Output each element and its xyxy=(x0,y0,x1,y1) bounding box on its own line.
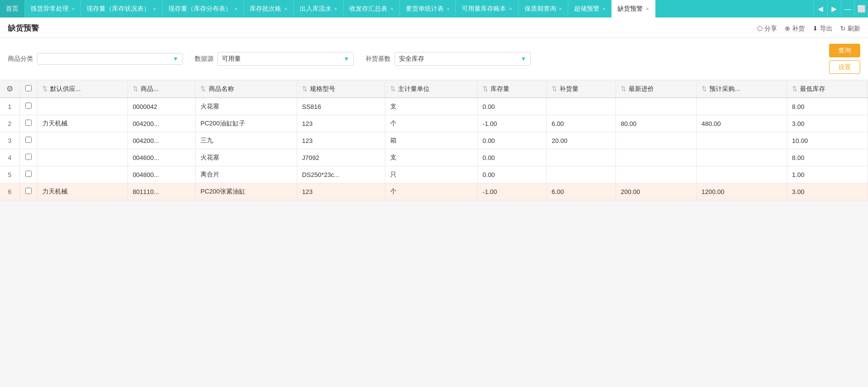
top-nav: 首页 拣货异常处理 × 现存量（库存状况表） × 现存量（库存分布表） × 库存… xyxy=(0,0,868,18)
tab-stock-status[interactable]: 现存量（库存状况表） × xyxy=(81,0,162,18)
product-category-group: 商品分类 ▼ xyxy=(8,53,183,65)
close-icon[interactable]: × xyxy=(390,6,393,12)
nav-next-btn[interactable]: ▶ xyxy=(827,0,841,18)
sort-icon: ⇅ xyxy=(552,85,557,92)
cell-product-code: 801110... xyxy=(127,183,195,200)
cell-spec: 123 xyxy=(297,183,385,200)
tab-home[interactable]: 首页 xyxy=(0,0,25,18)
cell-replenish-qty: 6.00 xyxy=(546,183,615,200)
cell-replenish-qty: 20.00 xyxy=(546,132,615,149)
close-icon[interactable]: × xyxy=(284,6,287,12)
nav-prev-btn[interactable]: ◀ xyxy=(814,0,827,18)
data-table: ⚙ ⇅ 默认供应... ⇅ 商品... ⇅ 商品名称 xyxy=(0,80,868,200)
cell-replenish-qty: 6.00 xyxy=(546,115,615,132)
replenish-base-group: 补货基数 安全库存 ▼ xyxy=(365,52,531,66)
tab-stock-distribution[interactable]: 现存量（库存分布表） × xyxy=(163,0,244,18)
cell-default-supplier xyxy=(37,132,127,149)
column-unit[interactable]: ⇅ 主计量单位 xyxy=(385,80,477,98)
row-checkbox-cell xyxy=(19,149,37,166)
column-default-supplier[interactable]: ⇅ 默认供应... xyxy=(37,80,127,98)
close-icon[interactable]: × xyxy=(235,6,237,12)
nav-maximize-btn[interactable]: ⬜ xyxy=(854,0,868,18)
sort-icon: ⇅ xyxy=(302,85,307,92)
column-min-stock[interactable]: ⇅ 最低库存 xyxy=(787,80,868,98)
filter-actions: 查询 设置 xyxy=(829,44,860,74)
cell-stock: 0.00 xyxy=(477,98,546,115)
table-row: 3 004200... 三九 123 箱 0.00 20.00 10.00 xyxy=(0,132,868,149)
cell-latest-price xyxy=(615,166,696,183)
column-product-code[interactable]: ⇅ 商品... xyxy=(127,80,195,98)
cell-product-name: 三九 xyxy=(195,132,297,149)
row-checkbox-cell xyxy=(19,166,37,183)
cell-replenish-qty xyxy=(546,149,615,166)
row-number: 4 xyxy=(0,149,19,166)
close-icon[interactable]: × xyxy=(447,6,450,12)
cell-unit: 个 xyxy=(385,115,477,132)
cell-replenish-qty xyxy=(546,166,615,183)
settings-button[interactable]: 设置 xyxy=(829,60,860,74)
cell-replenish-qty xyxy=(546,98,615,115)
tab-receive-summary[interactable]: 收发存汇总表 × xyxy=(344,0,399,18)
close-icon[interactable]: × xyxy=(559,6,562,12)
cell-stock: -1.00 xyxy=(477,115,546,132)
replenish-base-select[interactable]: 安全库存 ▼ xyxy=(395,52,531,66)
column-product-name[interactable]: ⇅ 商品名称 xyxy=(195,80,297,98)
refresh-action[interactable]: ↻ 刷新 xyxy=(840,24,860,33)
close-icon[interactable]: × xyxy=(334,6,337,12)
table-container: ⚙ ⇅ 默认供应... ⇅ 商品... ⇅ 商品名称 xyxy=(0,80,868,200)
column-spec[interactable]: ⇅ 规格型号 xyxy=(297,80,385,98)
query-button[interactable]: 查询 xyxy=(829,44,860,57)
close-icon[interactable]: × xyxy=(153,6,156,12)
close-icon[interactable]: × xyxy=(509,6,512,12)
page-header: 缺货预警 ⬡ 分享 ⊕ 补货 ⬇ 导出 ↻ 刷新 xyxy=(0,18,868,38)
table-body: 1 0000042 火花塞 SS816 支 0.00 8.00 2 力天机械 0… xyxy=(0,98,868,200)
sort-icon: ⇅ xyxy=(200,85,206,92)
cell-unit: 只 xyxy=(385,166,477,183)
table-header-row: ⚙ ⇅ 默认供应... ⇅ 商品... ⇅ 商品名称 xyxy=(0,80,868,98)
data-source-select[interactable]: 可用量 ▼ xyxy=(217,52,354,66)
tab-inout-flow[interactable]: 出入库流水 × xyxy=(294,0,344,18)
nav-minimize-btn[interactable]: — xyxy=(841,0,854,18)
table-row: 4 004600... 火花塞 J7092 支 0.00 8.00 xyxy=(0,149,868,166)
cell-product-name: 火花塞 xyxy=(195,149,297,166)
product-category-select[interactable]: ▼ xyxy=(37,53,183,65)
row-checkbox[interactable] xyxy=(25,137,32,143)
replenish-action[interactable]: ⊕ 补货 xyxy=(785,24,805,33)
column-stock[interactable]: ⇅ 库存量 xyxy=(477,80,546,98)
cell-product-code: 004200... xyxy=(127,132,195,149)
select-all-checkbox[interactable] xyxy=(25,85,32,91)
row-checkbox[interactable] xyxy=(25,171,32,177)
close-icon[interactable]: × xyxy=(646,6,649,12)
tab-expiry-query[interactable]: 保质期查询 × xyxy=(519,0,568,18)
row-checkbox[interactable] xyxy=(25,188,32,194)
sort-icon: ⇅ xyxy=(390,85,396,92)
close-icon[interactable]: × xyxy=(72,6,74,12)
share-action[interactable]: ⬡ 分享 xyxy=(757,24,777,33)
row-checkbox[interactable] xyxy=(25,103,32,109)
tab-shortage-warning[interactable]: 缺货预警 × xyxy=(612,0,655,18)
sort-icon: ⇅ xyxy=(702,85,707,92)
cell-latest-price xyxy=(615,149,696,166)
gear-icon[interactable]: ⚙ xyxy=(6,85,13,93)
column-latest-price[interactable]: ⇅ 最新进价 xyxy=(615,80,696,98)
tab-overstock-warning[interactable]: 超储预警 × xyxy=(568,0,612,18)
tab-order-stats[interactable]: 要货单统计表 × xyxy=(400,0,456,18)
row-checkbox[interactable] xyxy=(25,154,32,160)
cell-min-stock: 10.00 xyxy=(787,132,868,149)
tab-available-ledger[interactable]: 可用量库存账本 × xyxy=(456,0,518,18)
cell-spec: 123 xyxy=(297,132,385,149)
tab-batch-account[interactable]: 库存批次账 × xyxy=(244,0,293,18)
cell-spec: DS250*23c... xyxy=(297,166,385,183)
cell-forecast-purchase: 480.00 xyxy=(696,115,787,132)
cell-product-code: 0000042 xyxy=(127,98,195,115)
column-forecast-purchase[interactable]: ⇅ 预计采购... xyxy=(696,80,787,98)
column-settings[interactable]: ⚙ xyxy=(0,80,19,98)
refresh-icon: ↻ xyxy=(840,25,846,32)
tab-picking-exception[interactable]: 拣货异常处理 × xyxy=(25,0,81,18)
column-replenish-qty[interactable]: ⇅ 补货量 xyxy=(546,80,615,98)
sort-icon: ⇅ xyxy=(483,85,488,92)
export-action[interactable]: ⬇ 导出 xyxy=(813,24,832,33)
close-icon[interactable]: × xyxy=(602,6,605,12)
sort-icon: ⇅ xyxy=(133,85,138,92)
row-checkbox[interactable] xyxy=(25,120,32,126)
